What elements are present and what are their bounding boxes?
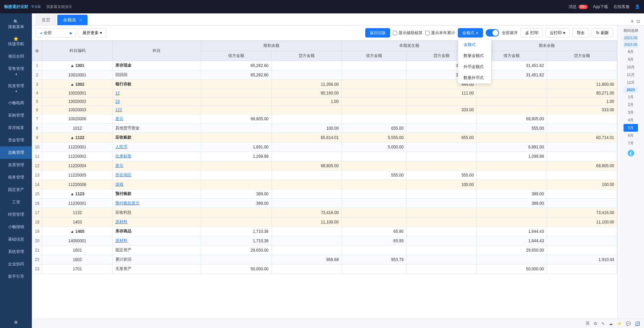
sidebar-item-coop[interactable]: 企业协同 [0, 258, 32, 270]
status-cloud[interactable]: ☁ [609, 321, 613, 326]
period-item[interactable]: 9月 [624, 56, 638, 63]
export-btn[interactable]: 导出 [572, 28, 589, 38]
row-period-credit [407, 97, 477, 106]
status-sync[interactable]: 🔄 [635, 321, 640, 326]
sidebar-item-system[interactable]: 系统管理 [0, 246, 32, 258]
return-old-btn[interactable]: 返回旧版 [365, 28, 390, 38]
tab-balance[interactable]: 余额表 × [57, 15, 88, 25]
online-service-btn[interactable]: 在线客服 [613, 4, 630, 10]
expand-more-btn[interactable]: 展开更多 ▾ [78, 28, 106, 38]
row-subject[interactable]: 原材料 [112, 217, 201, 227]
row-subject[interactable]: 库存商品 [112, 227, 201, 236]
row-subject[interactable]: 累计折旧 [112, 255, 201, 264]
period-item[interactable]: 12月 [624, 79, 638, 86]
collapse-right-btn[interactable]: ❮ [628, 150, 634, 156]
period-item[interactable]: 2月 [624, 101, 638, 109]
row-subject[interactable]: 回回回 [112, 70, 201, 80]
refresh-btn[interactable]: ↻ 刷新 [592, 28, 613, 38]
sidebar-item-base[interactable]: 基础信息 [0, 233, 32, 246]
row-subject[interactable]: 游戏 [112, 180, 201, 189]
sidebar-item-payroll[interactable]: 工资 [0, 196, 32, 208]
row-subject[interactable]: 固定资产 [112, 246, 201, 255]
row-subject[interactable]: 银行存款 [112, 80, 201, 89]
sidebar-item-assets[interactable]: 固定资产 [0, 184, 32, 196]
row-subject[interactable]: 122 [112, 106, 201, 114]
status-flash[interactable]: ⚡ [617, 321, 622, 326]
period-item[interactable]: 8月 [624, 48, 638, 56]
period-item[interactable]: 6月 [624, 132, 638, 139]
sidebar-item-retail[interactable]: 零售管理 ▾ [0, 63, 32, 80]
cloud-print-btn[interactable]: 云打印 ▾ [545, 28, 570, 38]
row-subject[interactable]: 23 [112, 97, 201, 106]
window-maximize-btn[interactable]: ⊡ [637, 19, 640, 24]
period-item[interactable]: 1月 [624, 93, 638, 101]
collapse-right-icon[interactable]: ❮ [628, 150, 634, 156]
message-btn[interactable]: 消息 99+ [569, 4, 587, 10]
top-bar-demo[interactable]: 我要看实例演示 [46, 4, 72, 9]
row-subject[interactable]: 无形资产 [112, 264, 201, 274]
sidebar-item-purchase[interactable]: 采购管理 [0, 109, 32, 122]
period-item[interactable]: 3月 [624, 109, 638, 116]
sidebar-item-tax[interactable]: 税务管理 [0, 171, 32, 184]
cb-auxiliary-input[interactable] [393, 31, 397, 35]
row-subject[interactable]: 原材料 [112, 236, 201, 246]
sidebar-item-quick-nav[interactable]: ⭐ 快捷导航 [0, 33, 32, 50]
row-subject[interactable]: 12 [112, 89, 201, 97]
row-subject[interactable]: 所在地区 [112, 171, 201, 180]
tab-home[interactable]: 首页 [36, 15, 56, 25]
row-subject[interactable]: 其他货币资金 [112, 124, 201, 133]
row-period-credit [407, 217, 477, 227]
row-subject[interactable]: 人民币 [112, 142, 201, 152]
period-item[interactable]: 4月 [624, 116, 638, 124]
period-item[interactable]: 2023 [624, 86, 638, 93]
expand-all-toggle[interactable] [486, 29, 499, 37]
row-subject[interactable]: 应收账款 [112, 133, 201, 142]
sidebar-item-project[interactable]: 项目合同 [0, 50, 32, 63]
status-chat[interactable]: 💬 [626, 321, 631, 326]
row-subject[interactable]: 预付账款差元 [112, 199, 201, 208]
row-subject[interactable]: 差元 [112, 114, 201, 124]
sidebar-item-guide[interactable]: 新手引导 [0, 270, 32, 283]
row-subject[interactable]: 应收利息 [112, 208, 201, 217]
cb-auxiliary-label[interactable]: 显示辅助核算 [393, 30, 423, 36]
row-subject[interactable]: 往来标签 [112, 152, 201, 161]
status-settings[interactable]: ⚙ [594, 321, 597, 326]
period-item[interactable]: 2023.05 [624, 41, 638, 48]
cb-year-input[interactable] [425, 31, 430, 35]
format-btn[interactable]: 金额式 ∧ [458, 28, 483, 38]
sidebar-item-invoice[interactable]: 发票管理 [0, 159, 32, 171]
period-item[interactable]: 10月 [624, 63, 638, 71]
format-option-qty-foreign[interactable]: 数量外币式 [458, 72, 491, 83]
cb-year-label[interactable]: 显示本年累计 [425, 30, 455, 36]
format-option-amount[interactable]: 金额式 [458, 39, 491, 50]
sidebar-item-operation[interactable]: 经营管理 [0, 208, 32, 221]
sidebar-item-wholesale[interactable]: 批发管理 ▾ [0, 80, 32, 97]
sidebar-item-search[interactable]: 🔍 搜索菜单 [0, 16, 32, 33]
sidebar-item-capital[interactable]: 资金管理 [0, 134, 32, 146]
tab-close-btn[interactable]: × [79, 17, 82, 22]
status-lang[interactable]: 英 [586, 321, 590, 326]
row-subject[interactable]: 差元 [112, 161, 201, 171]
sidebar-item-report[interactable]: 小畅报销 [0, 221, 32, 233]
period-item[interactable]: 5月 [624, 124, 638, 132]
gear-header[interactable]: ⚙ [32, 41, 42, 61]
status-edit[interactable]: ✎ [601, 321, 605, 326]
period-item[interactable]: 11月 [624, 71, 638, 79]
row-opening-credit [271, 189, 341, 199]
filter-back-icon[interactable]: ◀ [40, 31, 42, 35]
format-option-foreign-amount[interactable]: 外币金额式 [458, 61, 491, 72]
row-subject[interactable]: 库存现金 [112, 61, 201, 70]
sidebar-item-ledger[interactable]: 总账管理 [0, 146, 32, 159]
period-item[interactable]: 7月 [624, 139, 638, 147]
app-download-btn[interactable]: App下载 [593, 4, 608, 10]
sidebar-item-ecom[interactable]: 小畅电商 [0, 97, 32, 109]
format-option-qty-amount[interactable]: 数量金额式 [458, 50, 491, 61]
print-btn[interactable]: 🖨 打印 [521, 28, 543, 38]
sidebar-item-inventory[interactable]: 库存核算 [0, 122, 32, 134]
user-avatar[interactable]: 👤 [635, 4, 640, 9]
period-item[interactable]: 2023.05 [624, 35, 638, 41]
filter-forward-icon[interactable]: ▶ [70, 31, 72, 35]
window-minimize-btn[interactable]: ✕ [631, 19, 634, 24]
row-subject[interactable]: 预付账款 [112, 189, 201, 199]
sidebar-settings[interactable]: ⚙ [11, 317, 21, 328]
